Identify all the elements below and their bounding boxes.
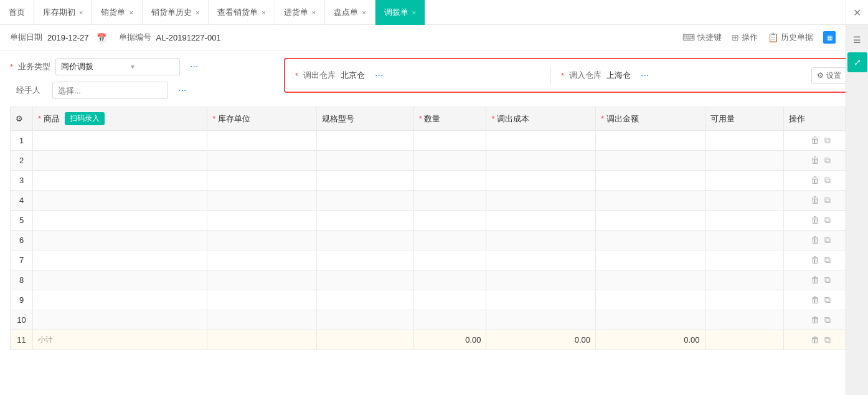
row-unit-6[interactable]: [207, 231, 317, 250]
row-spec-7[interactable]: [316, 250, 413, 270]
row-spec-5[interactable]: [316, 211, 413, 231]
tab-sales-order-close[interactable]: ×: [129, 9, 133, 16]
copy-icon-7[interactable]: ⧉: [824, 255, 831, 265]
row-product-7[interactable]: [33, 250, 207, 270]
row-qty-5[interactable]: [413, 211, 486, 231]
handler-input[interactable]: [52, 82, 168, 99]
row-amount-1[interactable]: [596, 131, 705, 151]
row-unit-5[interactable]: [207, 211, 317, 231]
trash-icon-9[interactable]: 🗑: [811, 295, 819, 305]
row-cost-2[interactable]: [486, 151, 596, 171]
row-cost-3[interactable]: [486, 171, 596, 191]
tab-sales-history[interactable]: 销货单历史 ×: [143, 0, 209, 25]
sidebar-expand-btn[interactable]: ⤢: [847, 52, 867, 72]
tab-inventory-init-close[interactable]: ×: [79, 9, 83, 16]
trash-icon-5[interactable]: 🗑: [811, 215, 819, 225]
row-cost-4[interactable]: [486, 191, 596, 211]
row-qty-4[interactable]: [413, 191, 486, 211]
copy-icon-5[interactable]: ⧉: [824, 215, 831, 225]
row-amount-9[interactable]: [596, 290, 705, 310]
trash-icon-7[interactable]: 🗑: [811, 255, 819, 265]
trash-icon-3[interactable]: 🗑: [811, 175, 819, 185]
copy-icon-6[interactable]: ⧉: [824, 235, 831, 245]
row-product-6[interactable]: [33, 231, 207, 250]
row-unit-8[interactable]: [207, 270, 317, 290]
tab-purchase[interactable]: 进货单 ×: [275, 0, 325, 25]
tab-view-sales-close[interactable]: ×: [262, 9, 265, 16]
row-unit-3[interactable]: [207, 171, 317, 191]
row-product-3[interactable]: [33, 171, 207, 191]
close-all-tabs[interactable]: ✕: [846, 0, 868, 25]
operations-button[interactable]: ⊞ 操作: [732, 32, 758, 43]
settings-button[interactable]: ⚙ 设置: [811, 67, 847, 84]
row-qty-10[interactable]: [413, 310, 486, 330]
col-header-gear[interactable]: ⚙: [11, 107, 33, 131]
trash-icon-4[interactable]: 🗑: [811, 195, 819, 205]
row-spec-8[interactable]: [316, 270, 413, 290]
tab-inventory-init[interactable]: 库存期初 ×: [34, 0, 92, 25]
row-amount-10[interactable]: [596, 310, 705, 330]
row-spec-1[interactable]: [316, 131, 413, 151]
trash-icon-6[interactable]: 🗑: [811, 235, 819, 245]
transfer-out-more[interactable]: ···: [375, 70, 383, 81]
row-spec-2[interactable]: [316, 151, 413, 171]
row-cost-9[interactable]: [486, 290, 596, 310]
row-cost-5[interactable]: [486, 211, 596, 231]
row-product-10[interactable]: [33, 310, 207, 330]
tab-home[interactable]: 首页: [0, 0, 34, 25]
copy-icon-4[interactable]: ⧉: [824, 195, 831, 205]
row-qty-7[interactable]: [413, 250, 486, 270]
row-cost-6[interactable]: [486, 231, 596, 250]
tab-transfer[interactable]: 调拨单 ×: [375, 0, 425, 25]
row-unit-1[interactable]: [207, 131, 317, 151]
row-product-5[interactable]: [33, 211, 207, 231]
row-spec-6[interactable]: [316, 231, 413, 250]
trash-icon-2[interactable]: 🗑: [811, 155, 819, 165]
row-qty-9[interactable]: [413, 290, 486, 310]
row-spec-10[interactable]: [316, 310, 413, 330]
row-unit-7[interactable]: [207, 250, 317, 270]
tab-sales-order[interactable]: 销货单 ×: [92, 0, 142, 25]
row-amount-2[interactable]: [596, 151, 705, 171]
row-unit-4[interactable]: [207, 191, 317, 211]
row-qty-6[interactable]: [413, 231, 486, 250]
trash-icon-8[interactable]: 🗑: [811, 275, 819, 285]
row-unit-10[interactable]: [207, 310, 317, 330]
row-amount-8[interactable]: [596, 270, 705, 290]
row-cost-7[interactable]: [486, 250, 596, 270]
scan-entry-button[interactable]: 扫码录入: [65, 112, 105, 125]
copy-icon-2[interactable]: ⧉: [824, 155, 831, 165]
row-cost-10[interactable]: [486, 310, 596, 330]
tab-inventory-check[interactable]: 盘点单 ×: [325, 0, 375, 25]
row-product-1[interactable]: [33, 131, 207, 151]
row-spec-3[interactable]: [316, 171, 413, 191]
copy-icon-3[interactable]: ⧉: [824, 175, 831, 185]
copy-icon-11[interactable]: ⧉: [824, 335, 831, 345]
business-type-dropdown[interactable]: 同价调拨 ▾: [55, 58, 180, 75]
row-spec-4[interactable]: [316, 191, 413, 211]
handler-more[interactable]: ···: [178, 85, 186, 96]
tab-transfer-close[interactable]: ×: [412, 9, 416, 16]
tab-view-sales[interactable]: 查看销货单 ×: [209, 0, 275, 25]
sidebar-list-btn[interactable]: ☰: [847, 30, 867, 50]
calendar-icon[interactable]: 📅: [97, 33, 106, 42]
row-amount-4[interactable]: [596, 191, 705, 211]
row-unit-9[interactable]: [207, 290, 317, 310]
copy-icon-8[interactable]: ⧉: [824, 275, 831, 285]
tab-sales-history-close[interactable]: ×: [196, 9, 199, 16]
row-amount-5[interactable]: [596, 211, 705, 231]
tab-purchase-close[interactable]: ×: [312, 9, 316, 16]
tab-inventory-check-close[interactable]: ×: [362, 9, 366, 16]
row-product-2[interactable]: [33, 151, 207, 171]
row-unit-2[interactable]: [207, 151, 317, 171]
row-qty-2[interactable]: [413, 151, 486, 171]
copy-icon-1[interactable]: ⧉: [824, 135, 831, 145]
row-qty-1[interactable]: [413, 131, 486, 151]
row-product-11[interactable]: 小计: [33, 330, 207, 350]
history-button[interactable]: 📋 历史单据: [768, 32, 813, 43]
business-type-more[interactable]: ···: [190, 61, 198, 72]
row-amount-6[interactable]: [596, 231, 705, 250]
trash-icon-1[interactable]: 🗑: [811, 135, 819, 145]
trash-icon-11[interactable]: 🗑: [811, 335, 819, 345]
row-cost-8[interactable]: [486, 270, 596, 290]
